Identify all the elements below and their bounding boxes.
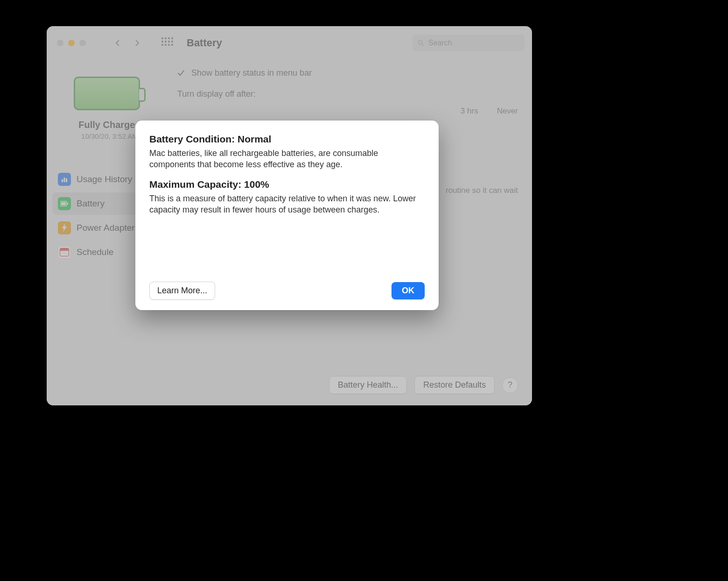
learn-more-button[interactable]: Learn More... <box>149 282 215 300</box>
ok-button[interactable]: OK <box>392 282 425 299</box>
battery-health-dialog: Battery Condition: Normal Mac batteries,… <box>135 120 439 310</box>
battery-condition-body: Mac batteries, like all rechargeable bat… <box>149 148 425 170</box>
battery-condition-heading: Battery Condition: Normal <box>149 134 425 145</box>
maximum-capacity-body: This is a measure of battery capacity re… <box>149 193 425 216</box>
dialog-footer: Learn More... OK <box>149 282 425 300</box>
maximum-capacity-heading: Maximum Capacity: 100% <box>149 179 425 190</box>
